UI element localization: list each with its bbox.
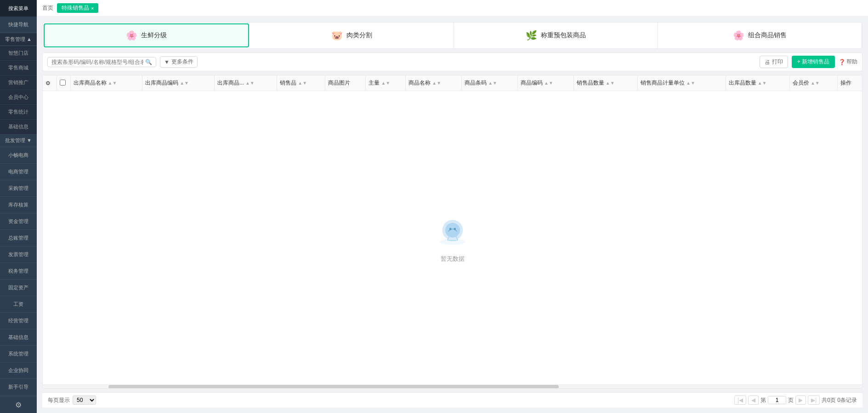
sidebar-sub-item-marketing[interactable]: 营销推广	[0, 75, 37, 90]
sort-icon-product-code: ▲▼	[544, 81, 553, 86]
sort-icon-member-price: ▲▼	[811, 81, 820, 86]
sidebar-item-wholesale-mgmt[interactable]: 批发管理 ▼	[0, 134, 37, 147]
sidebar-sub-item-basic-info-retail[interactable]: 基础信息	[0, 120, 37, 134]
last-page-button[interactable]: ▶|	[808, 396, 820, 405]
print-button[interactable]: 🖨 打印	[760, 56, 788, 68]
print-label: 打印	[772, 58, 783, 66]
sidebar-logo[interactable]: 搜索菜单	[0, 0, 37, 17]
th-sales-unit-label: 销售商品计量单位	[641, 79, 685, 87]
filter-button[interactable]: ▼ 更多条件	[160, 56, 198, 68]
page-of-label: 页	[788, 396, 794, 404]
sidebar-item-invoice-mgmt[interactable]: 发票管理	[0, 247, 37, 263]
sidebar-item-quick-nav[interactable]: 快捷导航	[0, 17, 37, 33]
sidebar-item-newbie-guide[interactable]: 新手引导	[0, 379, 37, 396]
sidebar-item-wholesale-label: 批发管理	[5, 138, 25, 143]
page-number-input[interactable]	[768, 396, 786, 404]
scrollbar-thumb[interactable]	[108, 385, 559, 389]
th-outlet-product-name[interactable]: 出库商品名称 ▲▼	[70, 75, 142, 91]
th-product-barcode[interactable]: 商品条码 ▲▼	[462, 75, 518, 91]
active-tab-tag[interactable]: 特殊销售品 ×	[57, 3, 98, 13]
toolbar: 🔍 ▼ 更多条件 🖨 打印 + 新增销售品 ❓ 帮助	[42, 52, 862, 71]
th-product-code-label: 商品编码	[521, 79, 543, 87]
sidebar-item-operations-mgmt[interactable]: 经营管理	[0, 313, 37, 329]
pagination-bar: 每页显示 50 10 20 100 |◀ ◀ 第 页 ▶ ▶| 共0页 0条记录	[42, 392, 862, 407]
sidebar-bottom: ⚙	[0, 396, 37, 413]
active-tab-label: 特殊销售品	[62, 4, 89, 12]
sidebar-item-ecommerce-mgmt[interactable]: 电商管理	[0, 164, 37, 180]
help-button[interactable]: ❓ 帮助	[839, 58, 857, 66]
th-sales-product[interactable]: 销售品 ▲▼	[277, 75, 325, 91]
tab-meat-cutting[interactable]: 🐷 肉类分割	[250, 23, 454, 48]
sidebar-sub-item-smart-store[interactable]: 智慧门店	[0, 46, 37, 61]
next-page-button[interactable]: ▶	[795, 396, 806, 405]
th-outlet-qty-label: 出库品数量	[729, 79, 756, 87]
fresh-grading-icon: 🌸	[126, 30, 137, 41]
sidebar-item-general-ledger[interactable]: 总账管理	[0, 230, 37, 247]
th-product-code[interactable]: 商品编码 ▲▼	[517, 75, 573, 91]
total-info: 共0页 0条记录	[822, 396, 857, 404]
new-sales-item-button[interactable]: + 新增销售品	[792, 56, 835, 68]
horizontal-scrollbar[interactable]	[43, 384, 862, 388]
toolbar-right: 🖨 打印 + 新增销售品 ❓ 帮助	[760, 56, 857, 68]
prev-page-button[interactable]: ◀	[748, 396, 759, 405]
th-member-price[interactable]: 会员价 ▲▼	[789, 75, 837, 91]
sidebar-item-finance[interactable]: 资金管理	[0, 213, 37, 230]
settings-icon: ⚙	[45, 80, 51, 86]
gear-icon[interactable]: ⚙	[0, 397, 37, 413]
th-outlet-product-extra[interactable]: 出库商品... ▲▼	[214, 75, 277, 91]
sidebar-sub-item-retail-stats[interactable]: 零售统计	[0, 105, 37, 120]
toolbar-left: 🔍 ▼ 更多条件	[47, 56, 198, 68]
th-outlet-product-name-label: 出库商品名称	[74, 79, 107, 87]
topbar: 首页 特殊销售品 ×	[37, 0, 868, 17]
search-icon: 🔍	[145, 59, 152, 65]
sidebar-item-enterprise-collab[interactable]: 企业协同	[0, 362, 37, 379]
sidebar-item-retail-label: 零售管理	[5, 36, 25, 42]
sidebar-item-purchase-mgmt[interactable]: 采购管理	[0, 180, 37, 197]
meat-cutting-icon: 🐷	[331, 30, 343, 41]
sort-icon-product-name: ▲▼	[432, 81, 441, 86]
page-size-select[interactable]: 50 10 20 100	[73, 396, 96, 405]
sidebar-item-retail-mgmt[interactable]: 零售管理 ▲	[0, 33, 37, 46]
sidebar-item-tax-mgmt[interactable]: 税务管理	[0, 263, 37, 280]
th-outlet-product-extra-label: 出库商品...	[217, 79, 244, 87]
content-area: 🌸 生鲜分级 🐷 肉类分割 🌿 称重预包装商品 🌸 组合商品销售 🔍	[37, 17, 868, 413]
search-box[interactable]: 🔍	[47, 57, 156, 67]
sidebar-sub-item-retail-mall[interactable]: 零售商城	[0, 61, 37, 75]
sidebar-item-ecommerce[interactable]: 小畅电商	[0, 147, 37, 164]
th-sales-product-label: 销售品	[280, 79, 296, 87]
select-all-checkbox[interactable]	[60, 80, 66, 86]
th-checkbox[interactable]	[57, 75, 70, 91]
close-tab-button[interactable]: ×	[91, 6, 94, 11]
th-actions: 操作	[838, 75, 862, 91]
breadcrumb-home[interactable]: 首页	[42, 4, 53, 12]
th-main-quantity[interactable]: 主量 ▲▼	[366, 75, 406, 91]
sort-icon-barcode: ▲▼	[488, 81, 497, 86]
combo-sales-icon: 🌸	[733, 30, 744, 41]
th-outlet-product-code[interactable]: 出库商品编码 ▲▼	[142, 75, 215, 91]
sort-icon-outlet-name: ▲▼	[108, 81, 117, 86]
th-settings[interactable]: ⚙	[43, 75, 57, 91]
th-outlet-qty[interactable]: 出库品数量 ▲▼	[726, 75, 789, 91]
empty-state-text: 暂无数据	[441, 255, 465, 263]
th-product-image-label: 商品图片	[328, 79, 350, 87]
tab-fresh-grading[interactable]: 🌸 生鲜分级	[44, 23, 249, 47]
tab-combo-sales-label: 组合商品销售	[748, 31, 787, 40]
th-sales-qty[interactable]: 销售品数量 ▲▼	[573, 75, 637, 91]
pagination-left: 每页显示 50 10 20 100	[48, 396, 96, 405]
th-sales-unit[interactable]: 销售商品计量单位 ▲▼	[638, 75, 726, 91]
tab-combo-sales[interactable]: 🌸 组合商品销售	[658, 23, 862, 48]
th-product-image[interactable]: 商品图片	[325, 75, 366, 91]
sidebar-item-inventory[interactable]: 库存核算	[0, 197, 37, 213]
th-product-name[interactable]: 商品名称 ▲▼	[406, 75, 462, 91]
search-input[interactable]	[51, 59, 143, 65]
sidebar-item-payroll[interactable]: 工资	[0, 296, 37, 313]
th-actions-label: 操作	[840, 80, 851, 86]
sidebar-item-system-mgmt[interactable]: 系统管理	[0, 346, 37, 362]
sidebar-item-basic-info[interactable]: 基础信息	[0, 329, 37, 346]
sort-icon-sales-product: ▲▼	[298, 81, 307, 86]
page-label: 第	[760, 396, 766, 404]
first-page-button[interactable]: |◀	[734, 396, 746, 405]
sidebar-sub-item-member-center[interactable]: 会员中心	[0, 90, 37, 105]
tab-weighed-packaged[interactable]: 🌿 称重预包装商品	[454, 23, 658, 48]
sidebar-item-fixed-assets[interactable]: 固定资产	[0, 280, 37, 296]
